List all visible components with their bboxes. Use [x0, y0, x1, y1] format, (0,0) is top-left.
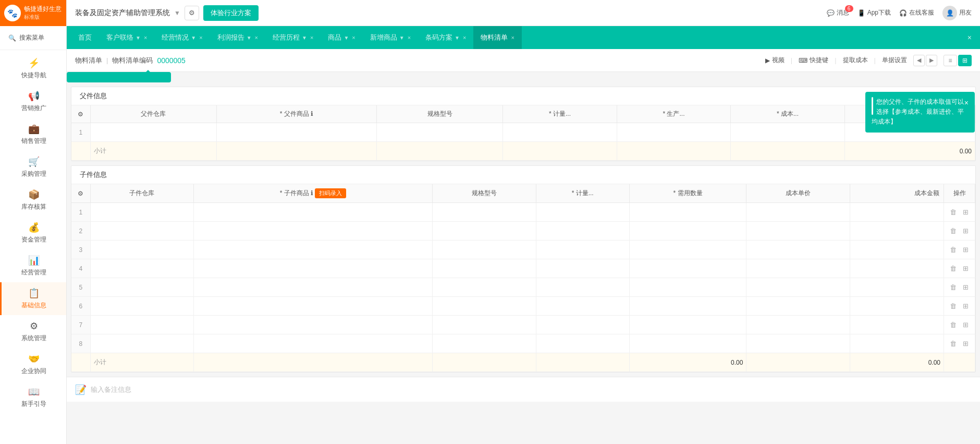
child-row-2-product[interactable] — [194, 222, 433, 241]
search-menu-button[interactable]: 🔍 搜索菜单 — [4, 30, 62, 45]
close-all-tabs-button[interactable]: × — [963, 33, 976, 42]
delete-icon[interactable]: 🗑 — [948, 263, 959, 274]
child-row-2-spec[interactable] — [433, 222, 536, 241]
child-row-5-unit-cost[interactable] — [746, 278, 850, 297]
child-row-2-quantity[interactable] — [629, 222, 746, 241]
breadcrumb-1[interactable]: 物料清单 — [75, 56, 102, 65]
copy-icon[interactable]: ⊞ — [961, 320, 971, 330]
delete-icon[interactable]: 🗑 — [948, 339, 959, 349]
child-row-3-warehouse[interactable] — [90, 241, 194, 259]
child-row-7-quantity[interactable] — [629, 316, 746, 334]
child-row-3-unit-cost[interactable] — [746, 241, 850, 259]
child-row-6-amount[interactable] — [850, 297, 944, 316]
list-view-button[interactable]: ≡ — [944, 55, 957, 66]
child-row-8-spec[interactable] — [433, 334, 536, 353]
child-row-1-unit[interactable] — [536, 203, 629, 222]
child-row-8-warehouse[interactable] — [90, 334, 194, 353]
extract-cost-button[interactable]: 提取成本 — [843, 56, 868, 65]
child-row-6-quantity[interactable] — [629, 297, 746, 316]
tab-history[interactable]: 经营历程 ▼ × — [265, 26, 321, 49]
child-row-7-unit[interactable] — [536, 316, 629, 334]
child-row-3-amount[interactable] — [850, 241, 944, 259]
sidebar-item-quicknav[interactable]: ⚡ 快捷导航 — [0, 52, 66, 85]
parent-row-1-warehouse[interactable] — [90, 123, 216, 142]
copy-icon[interactable]: ⊞ — [961, 301, 971, 311]
child-row-5-warehouse[interactable] — [90, 278, 194, 297]
tooltip-close-button[interactable]: × — [964, 97, 969, 109]
child-row-8-product[interactable] — [194, 334, 433, 353]
history-close-icon[interactable]: × — [310, 34, 313, 41]
child-row-1-product[interactable] — [194, 203, 433, 222]
copy-icon[interactable]: ⊞ — [961, 263, 971, 274]
child-row-3-product[interactable] — [194, 241, 433, 259]
parent-row-1-product[interactable] — [216, 123, 376, 142]
parent-row-1-production[interactable] — [617, 123, 731, 142]
child-row-6-warehouse[interactable] — [90, 297, 194, 316]
newproduct-close-icon[interactable]: × — [408, 34, 411, 41]
tab-bom[interactable]: 物料清单 × — [473, 26, 521, 49]
online-service-button[interactable]: 🎧 在线客服 — [899, 8, 934, 17]
delete-icon[interactable]: 🗑 — [948, 320, 959, 330]
shortcut-button[interactable]: ⌨ 快捷键 — [799, 56, 828, 65]
tab-home[interactable]: 首页 — [71, 26, 99, 49]
child-row-4-quantity[interactable] — [629, 259, 746, 278]
child-row-1-warehouse[interactable] — [90, 203, 194, 222]
child-row-4-unit[interactable] — [536, 259, 629, 278]
barcode-close-icon[interactable]: × — [463, 34, 466, 41]
sidebar-item-guide[interactable]: 📖 新手引导 — [0, 381, 66, 414]
customer-close-icon[interactable]: × — [144, 34, 147, 41]
scan-input-button[interactable]: 扫码录入 — [315, 188, 346, 198]
tab-customer[interactable]: 客户联络 ▼ × — [99, 26, 154, 49]
view-video-button[interactable]: ▶ 视频 — [765, 56, 785, 65]
child-row-8-quantity[interactable] — [629, 334, 746, 353]
sidebar-item-marketing[interactable]: 📢 营销推广 — [0, 85, 66, 118]
child-row-2-unit[interactable] — [536, 222, 629, 241]
tab-product[interactable]: 商品 ▼ × — [321, 26, 362, 49]
child-row-6-unit-cost[interactable] — [746, 297, 850, 316]
child-row-8-unit-cost[interactable] — [746, 334, 850, 353]
delete-icon[interactable]: 🗑 — [948, 282, 959, 293]
child-row-7-product[interactable] — [194, 316, 433, 334]
copy-icon[interactable]: ⊞ — [961, 282, 971, 293]
settings-gear-button[interactable]: ⚙ — [185, 6, 199, 20]
next-record-button[interactable]: ▶ — [926, 55, 937, 66]
child-row-3-quantity[interactable] — [629, 241, 746, 259]
child-row-6-spec[interactable] — [433, 297, 536, 316]
child-row-7-warehouse[interactable] — [90, 316, 194, 334]
copy-icon[interactable]: ⊞ — [961, 226, 971, 236]
sidebar-item-collab[interactable]: 🤝 企业协同 — [0, 348, 66, 381]
delete-icon[interactable]: 🗑 — [948, 301, 959, 311]
parent-row-1-cost[interactable] — [731, 123, 845, 142]
app-download-button[interactable]: 📱 App下载 — [858, 8, 891, 17]
sidebar-item-finance[interactable]: 💰 资金管理 — [0, 217, 66, 249]
sidebar-item-basic[interactable]: 📋 基础信息 — [0, 282, 66, 315]
delete-icon[interactable]: 🗑 — [948, 226, 959, 236]
child-th-settings[interactable]: ⚙ — [71, 184, 90, 203]
child-row-5-unit[interactable] — [536, 278, 629, 297]
grid-view-button[interactable]: ⊞ — [958, 55, 972, 66]
sidebar-item-purchase[interactable]: 🛒 采购管理 — [0, 151, 66, 184]
child-row-1-amount[interactable] — [850, 203, 944, 222]
copy-icon[interactable]: ⊞ — [961, 207, 971, 218]
child-row-2-warehouse[interactable] — [90, 222, 194, 241]
child-row-5-spec[interactable] — [433, 278, 536, 297]
child-row-3-spec[interactable] — [433, 241, 536, 259]
prev-record-button[interactable]: ◀ — [913, 55, 925, 66]
tab-profit[interactable]: 利润报告 ▼ × — [210, 26, 265, 49]
child-row-1-quantity[interactable] — [629, 203, 746, 222]
child-row-5-quantity[interactable] — [629, 278, 746, 297]
profit-close-icon[interactable]: × — [255, 34, 258, 41]
child-row-4-product[interactable] — [194, 259, 433, 278]
parent-row-1-spec[interactable] — [376, 123, 503, 142]
system-dropdown-icon[interactable]: ▼ — [174, 9, 180, 17]
delete-icon[interactable]: 🗑 — [948, 245, 959, 255]
child-row-5-amount[interactable] — [850, 278, 944, 297]
trial-button[interactable]: 体验行业方案 — [203, 5, 259, 21]
user-avatar[interactable]: 👤 用友 — [942, 6, 972, 20]
delete-icon[interactable]: 🗑 — [948, 207, 959, 218]
product-close-icon[interactable]: × — [352, 34, 355, 41]
message-button[interactable]: 💬 消息 6 — [827, 8, 849, 17]
child-row-6-unit[interactable] — [536, 297, 629, 316]
child-row-7-spec[interactable] — [433, 316, 536, 334]
tab-barcode[interactable]: 条码方案 ▼ × — [418, 26, 473, 49]
